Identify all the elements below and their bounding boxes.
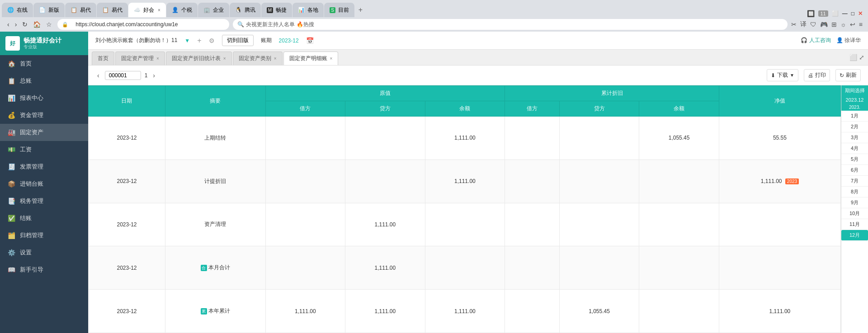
- grid-icon[interactable]: ⊞: [831, 21, 837, 28]
- sidebar-item-tax[interactable]: 📑 税务管理: [0, 192, 88, 210]
- close-tab-asset-ledger[interactable]: ×: [330, 56, 333, 61]
- shield-icon[interactable]: 🛡: [810, 21, 816, 28]
- settings-icon[interactable]: ☼: [840, 21, 846, 28]
- cell-orig-balance: 1,111.00: [425, 117, 505, 160]
- table-row: 2023-12 资产清理 1,111.00: [89, 203, 841, 246]
- switch-version-button[interactable]: 切到旧版: [222, 35, 254, 46]
- reload-button[interactable]: ↻: [20, 20, 29, 29]
- browser-tab-tencent[interactable]: 🐧 腾讯: [230, 3, 261, 17]
- sidebar-item-purchase-sales[interactable]: 📦 进销台账: [0, 175, 88, 192]
- browser-tab-qiye[interactable]: 🏢 企业: [198, 3, 229, 17]
- page-tab-home[interactable]: 首页: [92, 52, 114, 65]
- sidebar-item-settings[interactable]: ⚙️ 设置: [0, 244, 88, 261]
- expand-icon[interactable]: ⤢: [859, 54, 864, 61]
- undo-icon[interactable]: ↩: [850, 21, 855, 28]
- close-tab-fixed-assets-mgmt[interactable]: ×: [156, 56, 159, 61]
- download-button[interactable]: ⬇ 下载 ▼: [767, 69, 798, 81]
- browser-control-min[interactable]: 🔲: [807, 10, 815, 17]
- next-page-button[interactable]: ›: [151, 71, 157, 80]
- period-month-7[interactable]: 7月: [841, 176, 868, 187]
- sidebar-item-payroll[interactable]: 💵 工资: [0, 141, 88, 158]
- sidebar-item-home[interactable]: 🏠 首页: [0, 55, 88, 72]
- forward-button[interactable]: ›: [13, 20, 19, 29]
- back-button[interactable]: ‹: [5, 20, 11, 29]
- settings-gear-icon[interactable]: ⚙: [209, 37, 215, 44]
- period-month-1[interactable]: 1月: [841, 111, 868, 122]
- browser-tab-new[interactable]: 📄 新版: [33, 3, 65, 17]
- period-year[interactable]: 2023.12: [841, 96, 868, 104]
- period-month-3[interactable]: 3月: [841, 132, 868, 143]
- refresh-icon: ↻: [840, 72, 844, 79]
- page-tab-asset-ledger[interactable]: 固定资产明细账 ×: [283, 52, 339, 65]
- browser-tab-changjie[interactable]: M 畅捷: [261, 3, 292, 17]
- page-tabs: 首页 固定资产管理 × 固定资产折旧统计表 × 固定资产类别 × 固定资产明细账…: [88, 50, 868, 66]
- dropdown-icon[interactable]: ▼: [184, 38, 190, 44]
- sidebar-item-general-ledger[interactable]: 📋 总账: [0, 72, 88, 89]
- sidebar-item-cash[interactable]: 💰 资金管理: [0, 107, 88, 124]
- payroll-icon: 💵: [7, 146, 15, 153]
- browser-tab-online[interactable]: 🌐 在线: [2, 3, 33, 17]
- cell-net-value: [719, 246, 840, 290]
- print-icon: 🖨: [808, 72, 813, 79]
- account-number-input[interactable]: [105, 71, 141, 80]
- period-month-9[interactable]: 9月: [841, 197, 868, 208]
- scissors-icon[interactable]: ✂: [791, 21, 797, 28]
- cell-dep-debit: [505, 290, 560, 333]
- new-tab-button[interactable]: +: [355, 3, 366, 17]
- prev-page-button[interactable]: ‹: [95, 71, 101, 80]
- period-month-2[interactable]: 2月: [841, 122, 868, 132]
- browser-tab-gedi[interactable]: 📊 各地: [292, 3, 324, 17]
- period-month-4[interactable]: 4月: [841, 143, 868, 154]
- period-value: 2023-12: [279, 38, 299, 44]
- sidebar-item-archive[interactable]: 🗂️ 归档管理: [0, 227, 88, 244]
- sidebar-item-invoice[interactable]: 🧾 发票管理: [0, 158, 88, 175]
- archive-icon: 🗂️: [7, 232, 15, 239]
- browser-tab-close-haohui[interactable]: ×: [158, 8, 160, 13]
- home-button[interactable]: 🏠: [31, 20, 42, 29]
- add-company-button[interactable]: +: [197, 37, 201, 45]
- cell-date: 2023-12: [89, 246, 165, 290]
- period-month-12[interactable]: 12月: [841, 230, 868, 241]
- gamepad-icon[interactable]: 🎮: [820, 21, 828, 28]
- period-month-11[interactable]: 11月: [841, 219, 868, 230]
- browser-tab-geshui[interactable]: 👤 个税: [166, 3, 198, 17]
- period-month-8[interactable]: 8月: [841, 187, 868, 197]
- sidebar-item-reports[interactable]: 📊 报表中心: [0, 89, 88, 107]
- bookmark-button[interactable]: ☆: [44, 20, 54, 29]
- calendar-icon[interactable]: 📅: [306, 37, 314, 44]
- browser-control-close[interactable]: ✕: [858, 10, 863, 17]
- table-container: 日期 摘要 原值 累计折旧 净值 借方 贷方 余额 借方: [88, 85, 841, 333]
- page-tab-depreciation-stats[interactable]: 固定资产折旧统计表 ×: [166, 52, 232, 65]
- download-dropdown-icon[interactable]: ▼: [790, 73, 794, 78]
- translate-icon[interactable]: 译: [800, 20, 807, 28]
- browser-control-maximize[interactable]: □: [851, 10, 854, 17]
- sidebar-item-guide[interactable]: 📖 新手引导: [0, 261, 88, 278]
- search-text: 央视更新主持人名单 🔥热搜: [246, 21, 314, 28]
- collapse-icon[interactable]: ⬜: [849, 54, 857, 61]
- cell-orig-credit: [345, 159, 425, 203]
- period-month-10[interactable]: 10月: [841, 208, 868, 219]
- browser-tab-muqian[interactable]: S 目前: [324, 3, 354, 17]
- browser-tab-yidai2[interactable]: 📋 易代: [97, 3, 128, 17]
- browser-control-restore[interactable]: ⬜: [832, 10, 839, 17]
- sidebar-header: 好 畅捷通好会计 专业版: [0, 32, 88, 55]
- page-tab-fixed-assets-mgmt[interactable]: 固定资产管理 ×: [115, 52, 165, 65]
- browser-tab-haohui[interactable]: ☁️ 好会 ×: [128, 3, 166, 17]
- sidebar-item-closing[interactable]: ✅ 结账: [0, 210, 88, 227]
- user-menu[interactable]: 👤 徐译华: [836, 37, 861, 44]
- browser-control-minimize[interactable]: —: [842, 10, 848, 17]
- period-month-5[interactable]: 5月: [841, 154, 868, 165]
- print-button[interactable]: 🖨 打印: [804, 69, 830, 81]
- cell-orig-debit: [265, 159, 345, 203]
- browser-control-badge: 11: [818, 10, 828, 17]
- service-button[interactable]: 🎧 人工咨询: [801, 37, 830, 44]
- page-tab-asset-categories[interactable]: 固定资产类别 ×: [233, 52, 283, 65]
- sidebar-item-fixed-assets[interactable]: 🏭 固定资产: [0, 124, 88, 141]
- browser-tab-yidai1[interactable]: 📋 易代: [65, 3, 96, 17]
- close-tab-asset-categories[interactable]: ×: [274, 56, 277, 61]
- menu-icon[interactable]: ≡: [859, 21, 863, 28]
- refresh-button[interactable]: ↻ 刷新: [835, 69, 861, 81]
- period-month-6[interactable]: 6月: [841, 165, 868, 176]
- close-tab-depreciation-stats[interactable]: ×: [223, 56, 226, 61]
- address-input[interactable]: [70, 19, 225, 30]
